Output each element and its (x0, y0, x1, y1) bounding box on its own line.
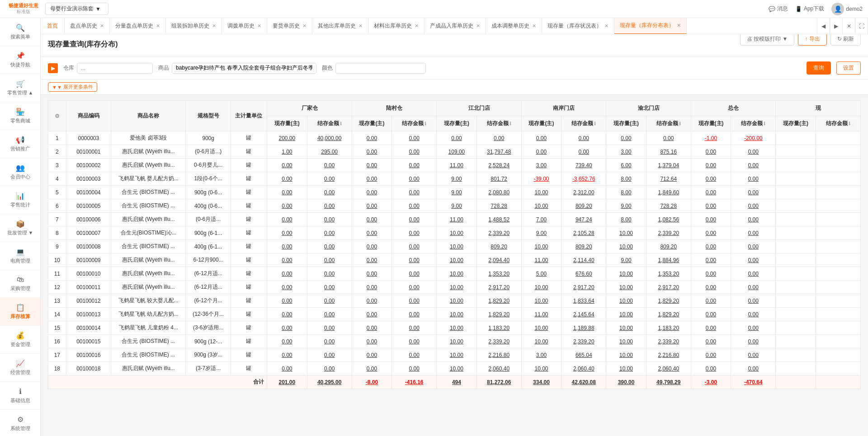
row-zc-amt[interactable]: 0.00 (731, 281, 776, 294)
row-na-amt[interactable]: 2,060.40 (561, 362, 606, 375)
row-jb-amt[interactable]: 728.28 (476, 199, 521, 213)
row-na-amt[interactable]: 947.24 (561, 213, 606, 226)
row-jb-stock[interactable]: 10.00 (437, 335, 476, 348)
row-cj-amt[interactable]: 0.00 (307, 159, 352, 172)
row-cj-amt[interactable]: 0.00 (307, 267, 352, 281)
row-jb-amt[interactable]: 2,094.40 (476, 253, 521, 267)
row-jb-amt[interactable]: 1,829.20 (476, 308, 521, 321)
row-na-stock[interactable]: 7.00 (521, 213, 561, 226)
total-cj-amt[interactable]: 40,295.00 (307, 375, 352, 389)
row-na-amt[interactable]: 809.20 (561, 240, 606, 253)
total-jb-amt[interactable]: 81,272.06 (476, 375, 521, 389)
row-zc-amt[interactable]: 0.00 (731, 159, 776, 172)
row-lc-stock[interactable]: 0.00 (352, 281, 392, 294)
info-icon-jb[interactable]: ℹ (509, 121, 511, 126)
sidebar-item-operations[interactable]: 📈 经营管理 (0, 354, 40, 382)
total-yb-stock[interactable]: 390.00 (606, 375, 646, 389)
row-yb-stock[interactable]: 8.00 (606, 213, 646, 226)
row-zc-stock[interactable]: 0.00 (691, 281, 731, 294)
row-jb-stock[interactable]: 10.00 (437, 226, 476, 240)
row-lc-amt[interactable]: 0.00 (392, 240, 437, 253)
row-yb-stock[interactable]: 10.00 (606, 308, 646, 321)
row-lc-amt[interactable]: 0.00 (392, 321, 437, 335)
row-zc-amt[interactable]: 0.00 (731, 186, 776, 199)
row-yb-stock[interactable]: 6.00 (606, 159, 646, 172)
row-cj-stock[interactable]: 0.00 (267, 226, 307, 240)
total-zc-stock[interactable]: -3.00 (691, 375, 731, 389)
row-na-amt[interactable]: 739.40 (561, 159, 606, 172)
row-lc-stock[interactable]: 0.00 (352, 131, 392, 145)
info-icon-cj[interactable]: ℹ (340, 121, 342, 126)
row-jb-stock[interactable]: 10.00 (437, 240, 476, 253)
row-jb-stock[interactable]: 10.00 (437, 348, 476, 362)
row-jb-stock[interactable]: 11.00 (437, 159, 476, 172)
tab-close-stock-status[interactable]: ✕ (604, 23, 609, 29)
total-jb-stock[interactable]: 494 (437, 375, 476, 389)
row-zc-stock[interactable]: 0.00 (691, 321, 731, 335)
row-jb-amt[interactable]: 1,353.20 (476, 267, 521, 281)
tab-close-cost-adj[interactable]: ✕ (532, 23, 536, 29)
row-cj-stock[interactable]: 0.00 (267, 348, 307, 362)
row-yb-amt[interactable]: 2,917.20 (646, 281, 691, 294)
tab-stock-dist[interactable]: 现存量（库存分布表）✕ (614, 18, 687, 34)
tab-spot1[interactable]: 盘点单历史✕ (65, 18, 110, 34)
row-zc-stock[interactable]: 0.00 (691, 267, 731, 281)
row-cj-stock[interactable]: 0.00 (267, 308, 307, 321)
row-yb-amt[interactable]: 1,884.96 (646, 253, 691, 267)
row-yb-stock[interactable]: 10.00 (606, 335, 646, 348)
row-jb-amt[interactable]: 2,917.20 (476, 281, 521, 294)
row-cj-stock[interactable]: 0.00 (267, 267, 307, 281)
color-input[interactable] (335, 63, 426, 74)
sidebar-item-ecommerce[interactable]: 💻 电商管理 (0, 242, 40, 270)
row-zc-stock[interactable]: 0.00 (691, 335, 731, 348)
tab-home[interactable]: 首页 (41, 18, 65, 34)
row-zc-stock[interactable]: 0.00 (691, 294, 731, 308)
query-btn[interactable]: 查询 (807, 61, 831, 75)
sidebar-item-inventory[interactable]: 📋 库存核算 (0, 298, 40, 326)
sidebar-item-finance[interactable]: 💰 资金管理 (0, 326, 40, 354)
row-cj-amt[interactable]: 0.00 (307, 321, 352, 335)
row-lc-stock[interactable]: 0.00 (352, 186, 392, 199)
total-cj-stock[interactable]: 201.00 (267, 375, 307, 389)
row-na-stock[interactable]: 10.00 (521, 199, 561, 213)
tab-close-spot2[interactable]: ✕ (156, 23, 160, 29)
row-lc-amt[interactable]: 0.00 (392, 172, 437, 186)
row-cj-amt[interactable]: 0.00 (307, 186, 352, 199)
row-na-amt[interactable]: 2,339.20 (561, 335, 606, 348)
row-zc-amt[interactable]: 0.00 (731, 348, 776, 362)
row-lc-amt[interactable]: 0.00 (392, 294, 437, 308)
row-zc-amt[interactable]: 0.00 (731, 335, 776, 348)
sidebar-item-nav[interactable]: 📌 快捷导航 (0, 46, 40, 74)
total-zc-amt[interactable]: -470.64 (731, 375, 776, 389)
row-jb-stock[interactable]: 11.00 (437, 213, 476, 226)
row-lc-amt[interactable]: 0.00 (392, 253, 437, 267)
row-na-stock[interactable]: 10.00 (521, 186, 561, 199)
row-jb-stock[interactable]: 10.00 (437, 267, 476, 281)
row-zc-amt[interactable]: 0.00 (731, 226, 776, 240)
tab-spot2[interactable]: 分量盘点单历史✕ (110, 18, 166, 34)
total-na-amt[interactable]: 42,620.08 (561, 375, 606, 389)
export-btn[interactable]: ↑ 导出 (798, 34, 826, 46)
info-icon-curr[interactable]: ℹ (849, 121, 850, 126)
row-na-stock[interactable]: 10.00 (521, 321, 561, 335)
row-lc-stock[interactable]: 0.00 (352, 253, 392, 267)
row-na-stock[interactable]: 3.00 (521, 159, 561, 172)
row-lc-amt[interactable]: 0.00 (392, 159, 437, 172)
row-zc-stock[interactable]: 0.00 (691, 199, 731, 213)
tab-close-all-btn[interactable]: ✕ (843, 18, 855, 34)
tab-material-out[interactable]: 材料出库单历史✕ (368, 18, 425, 34)
row-lc-stock[interactable]: 0.00 (352, 199, 392, 213)
row-zc-amt[interactable]: 0.00 (731, 267, 776, 281)
tab-close-stock-dist[interactable]: ✕ (677, 23, 681, 28)
row-cj-amt[interactable]: 0.00 (307, 172, 352, 186)
row-lc-stock[interactable]: 0.00 (352, 362, 392, 375)
info-icon-zc[interactable]: ℹ (764, 121, 765, 126)
row-cj-stock[interactable]: 0.00 (267, 159, 307, 172)
sidebar-item-retail[interactable]: 🛒 零售管理 ▲ (0, 74, 40, 102)
row-na-stock[interactable]: 5.00 (521, 267, 561, 281)
sidebar-item-wholesale[interactable]: 📦 批发管理 ▼ (0, 214, 40, 242)
row-yb-amt[interactable]: 2,060.40 (646, 362, 691, 375)
row-zc-amt[interactable]: 0.00 (731, 240, 776, 253)
row-lc-stock[interactable]: 0.00 (352, 159, 392, 172)
row-yb-stock[interactable]: 9.00 (606, 253, 646, 267)
